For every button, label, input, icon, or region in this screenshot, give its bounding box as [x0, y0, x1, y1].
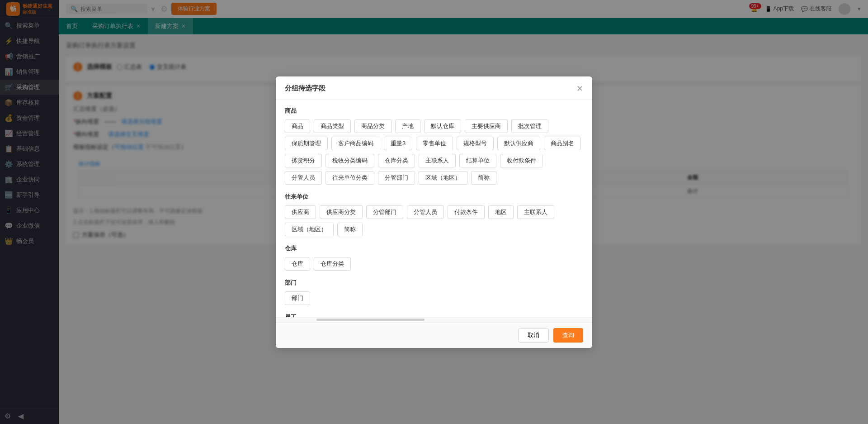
field-tag[interactable]: 零售单位 [416, 137, 453, 150]
modal-title: 分组待选字段 [285, 84, 326, 93]
field-tag[interactable]: 批次管理 [511, 119, 548, 133]
field-section-staff: 员工业务员 [285, 313, 583, 318]
field-tag[interactable]: 供应商 [285, 205, 316, 219]
field-tag[interactable]: 结算单位 [459, 154, 496, 167]
field-tag[interactable]: 收付款条件 [500, 154, 543, 167]
field-tag[interactable]: 区域（地区） [419, 171, 467, 185]
field-tag[interactable]: 客户商品编码 [331, 137, 380, 150]
field-tag[interactable]: 商品 [285, 119, 310, 133]
field-section-department: 部门部门 [285, 279, 583, 305]
field-tag[interactable]: 分管部门 [378, 171, 415, 185]
field-tag[interactable]: 商品分类 [354, 119, 392, 133]
section-title-partner: 往来单位 [285, 193, 583, 201]
section-title-staff: 员工 [285, 313, 583, 318]
field-tag[interactable]: 主联系人 [419, 154, 456, 167]
field-section-partner: 往来单位供应商供应商分类分管部门分管人员付款条件地区主联系人区域（地区）简称 [285, 193, 583, 236]
confirm-button[interactable]: 查询 [553, 328, 583, 343]
field-tag[interactable]: 拣货积分 [285, 154, 322, 167]
field-tag[interactable]: 默认供应商 [497, 137, 540, 150]
field-tag[interactable]: 简称 [337, 223, 363, 236]
modal-body[interactable]: 商品商品商品类型商品分类产地默认仓库主要供应商批次管理保质期管理客户商品编码重量… [276, 100, 592, 318]
field-tags-goods: 商品商品类型商品分类产地默认仓库主要供应商批次管理保质期管理客户商品编码重量3零… [285, 119, 583, 185]
field-tag[interactable]: 分管人员 [285, 171, 322, 185]
section-title-warehouse: 仓库 [285, 244, 583, 252]
field-tag[interactable]: 往来单位分类 [326, 171, 374, 185]
modal: 分组待选字段 ✕ 商品商品商品类型商品分类产地默认仓库主要供应商批次管理保质期管… [276, 76, 592, 348]
field-tag[interactable]: 仓库 [285, 257, 310, 271]
field-tag[interactable]: 分管部门 [366, 205, 403, 219]
field-tag[interactable]: 付款条件 [448, 205, 485, 219]
field-tag[interactable]: 供应商分类 [320, 205, 363, 219]
field-tag[interactable]: 规格型号 [457, 137, 494, 150]
horizontal-scroll-bar[interactable] [276, 317, 592, 322]
field-tag[interactable]: 部门 [285, 291, 310, 305]
cancel-button[interactable]: 取消 [518, 328, 549, 343]
field-tag[interactable]: 仓库分类 [314, 257, 351, 271]
field-tag[interactable]: 产地 [395, 119, 420, 133]
field-tag[interactable]: 商品类型 [314, 119, 351, 133]
field-tag[interactable]: 分管人员 [407, 205, 444, 219]
field-tag[interactable]: 主要供应商 [465, 119, 508, 133]
section-title-department: 部门 [285, 279, 583, 287]
modal-footer: 取消 查询 [276, 322, 592, 348]
field-tag[interactable]: 税收分类编码 [326, 154, 374, 167]
field-tag[interactable]: 保质期管理 [285, 137, 328, 150]
field-tag[interactable]: 简称 [471, 171, 496, 185]
field-section-goods: 商品商品商品类型商品分类产地默认仓库主要供应商批次管理保质期管理客户商品编码重量… [285, 107, 583, 185]
field-tag[interactable]: 仓库分类 [378, 154, 415, 167]
field-section-warehouse: 仓库仓库仓库分类 [285, 244, 583, 271]
modal-header: 分组待选字段 ✕ [276, 76, 592, 100]
field-tags-warehouse: 仓库仓库分类 [285, 257, 583, 271]
section-title-goods: 商品 [285, 107, 583, 115]
field-tag[interactable]: 默认仓库 [424, 119, 461, 133]
modal-close-button[interactable]: ✕ [576, 84, 583, 94]
modal-overlay: 分组待选字段 ✕ 商品商品商品类型商品分类产地默认仓库主要供应商批次管理保质期管… [0, 0, 868, 424]
field-tag[interactable]: 商品别名 [544, 137, 581, 150]
field-tag[interactable]: 主联系人 [517, 205, 554, 219]
field-tag[interactable]: 重量3 [384, 137, 412, 150]
field-tag[interactable]: 地区 [488, 205, 514, 219]
field-tags-department: 部门 [285, 291, 583, 305]
scroll-thumb [316, 319, 425, 321]
field-tag[interactable]: 区域（地区） [285, 223, 334, 236]
field-tags-partner: 供应商供应商分类分管部门分管人员付款条件地区主联系人区域（地区）简称 [285, 205, 583, 236]
